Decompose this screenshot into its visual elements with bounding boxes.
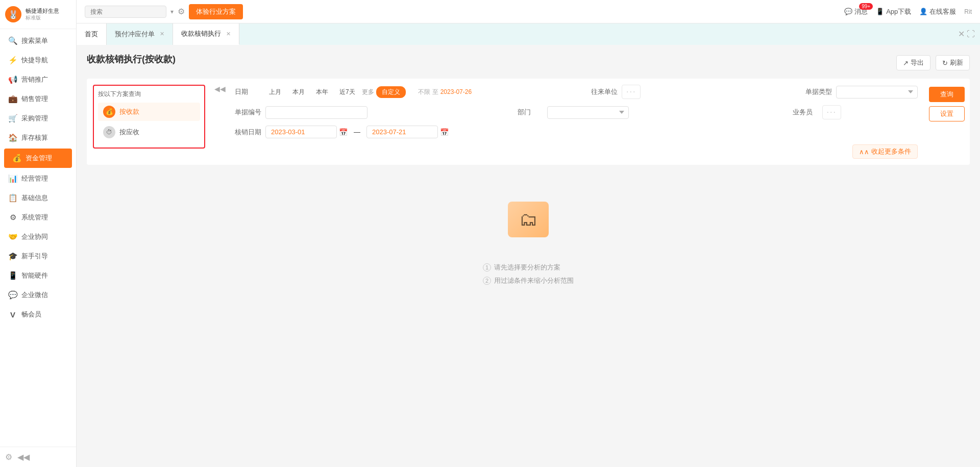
- member-icon: V: [8, 310, 17, 319]
- sidebar-item-label: 营销推广: [21, 75, 48, 84]
- quicknav-icon: ⚡: [8, 56, 17, 65]
- export-icon: ↗: [903, 59, 909, 67]
- date-btn-this-month[interactable]: 本月: [288, 86, 309, 98]
- app-download-item[interactable]: 📱 App下载: [876, 7, 911, 16]
- sidebar-item-search[interactable]: 🔍 搜索菜单: [0, 31, 76, 51]
- topbar-gear-icon[interactable]: ⚙: [178, 7, 185, 16]
- sidebar-item-purchase[interactable]: 🛒 采购管理: [0, 109, 76, 128]
- page-title: 收款核销执行(按收款): [87, 53, 176, 65]
- app-download-label: App下载: [886, 7, 911, 16]
- doc-type-select[interactable]: [836, 86, 918, 99]
- query-form: 日期 上月 本月 本年 近7天 更多 自定义 不限 至 2023: [229, 85, 924, 159]
- user-info[interactable]: Rit: [964, 8, 972, 15]
- doc-no-input[interactable]: [265, 106, 368, 119]
- topbar-right: 💬 消息 99+ 📱 App下载 👤 在线客服 Rit: [844, 7, 972, 16]
- sidebar-item-wechat[interactable]: 💬 企业微信: [0, 285, 76, 305]
- tab-prepay-close-icon[interactable]: ✕: [160, 31, 164, 37]
- sales-icon: 💼: [8, 94, 17, 104]
- funds-icon: 💰: [12, 154, 21, 163]
- sidebar-item-collab[interactable]: 🤝 企业协同: [0, 227, 76, 247]
- sidebar-item-sales[interactable]: 💼 销售管理: [0, 89, 76, 109]
- refresh-button[interactable]: ↻ 刷新: [936, 55, 970, 70]
- sidebar-item-label: 系统管理: [21, 213, 48, 222]
- service-icon: 👤: [919, 8, 927, 15]
- form-row-1: 日期 上月 本月 本年 近7天 更多 自定义 不限 至 2023: [235, 85, 918, 99]
- date-nolimit-label: 不限: [418, 88, 430, 96]
- settings-bottom-icon[interactable]: ⚙: [5, 452, 12, 462]
- filter-collapse-toggle[interactable]: ◀◀: [211, 85, 229, 93]
- date-range-dash: —: [354, 128, 360, 136]
- industry-solution-button[interactable]: 体验行业方案: [189, 4, 243, 19]
- sidebar-item-funds[interactable]: 💰 资金管理: [4, 149, 72, 168]
- sidebar-item-member[interactable]: V 畅会员: [0, 305, 76, 324]
- topbar-left: ▾ ⚙ 体验行业方案: [85, 4, 838, 19]
- sidebar-item-label: 快捷导航: [21, 56, 48, 65]
- query-button[interactable]: 查询: [929, 87, 965, 102]
- counterpart-select-btn[interactable]: ···: [622, 85, 641, 99]
- verify-date-start-input[interactable]: [265, 126, 337, 138]
- settings-button[interactable]: 设置: [929, 106, 965, 121]
- sidebar-item-system[interactable]: ⚙ 系统管理: [0, 208, 76, 227]
- topbar-dropdown-icon[interactable]: ▾: [170, 8, 174, 15]
- doc-no-field: 单据编号: [235, 106, 368, 119]
- sidebar-item-hardware[interactable]: 📱 智能硬件: [0, 266, 76, 285]
- date-btn-custom[interactable]: 自定义: [376, 86, 406, 98]
- system-icon: ⚙: [8, 213, 17, 222]
- export-button[interactable]: ↗ 导出: [896, 55, 930, 70]
- app-badge: 标准版: [26, 14, 59, 21]
- tab-fullscreen-icon[interactable]: ⛶: [967, 30, 975, 39]
- sidebar-item-label: 企业微信: [21, 290, 48, 300]
- tab-receipt-label: 收款核销执行: [181, 29, 221, 38]
- verify-date-end-cal-icon[interactable]: 📅: [440, 128, 449, 136]
- verify-date-end-input[interactable]: [366, 126, 438, 138]
- filter-option-by-receipt[interactable]: 💰 按收款: [98, 103, 200, 121]
- filter-option-label: 按收款: [119, 107, 139, 116]
- verify-date-start-wrap: 📅: [265, 126, 348, 138]
- tab-receipt-close-icon[interactable]: ✕: [226, 31, 231, 37]
- collapse-btn[interactable]: ∧∧ 收起更多条件: [852, 144, 918, 159]
- receipt-filter-icon: 💰: [103, 106, 115, 118]
- sidebar-item-basic[interactable]: 📋 基础信息: [0, 188, 76, 208]
- sidebar: 🐰 畅捷通好生意 标准版 🔍 搜索菜单 ⚡ 快捷导航 📢 营销推广 💼 销售管理…: [0, 0, 77, 467]
- staff-field: 业务员 ···: [793, 105, 918, 119]
- tab-receipt[interactable]: 收款核销执行 ✕: [173, 23, 239, 45]
- empty-illustration: [503, 202, 554, 253]
- tab-home-label: 首页: [85, 30, 98, 39]
- sidebar-item-inventory[interactable]: 🏠 库存核算: [0, 128, 76, 148]
- tab-prepay[interactable]: 预付冲应付单 ✕: [107, 23, 173, 45]
- sidebar-item-label: 销售管理: [21, 94, 48, 104]
- collapse-sidebar-icon[interactable]: ◀◀: [17, 452, 30, 462]
- dept-field: 部门: [518, 106, 643, 119]
- toolbar-row: ↗ 导出 ↻ 刷新: [896, 55, 970, 70]
- doc-type-field: 单据类型: [805, 86, 918, 99]
- online-service-label: 在线客服: [929, 7, 956, 16]
- date-btn-last-month[interactable]: 上月: [264, 86, 286, 98]
- message-item[interactable]: 💬 消息 99+: [844, 7, 868, 16]
- dept-select[interactable]: [547, 106, 629, 119]
- sidebar-item-guide[interactable]: 🎓 新手引导: [0, 247, 76, 266]
- marketing-icon: 📢: [8, 75, 17, 84]
- date-btn-7days[interactable]: 近7天: [335, 86, 360, 98]
- date-btn-this-year[interactable]: 本年: [311, 86, 333, 98]
- verify-date-start-cal-icon[interactable]: 📅: [339, 128, 348, 136]
- sidebar-item-label: 智能硬件: [21, 271, 48, 280]
- counterpart-label: 往来单位: [591, 87, 618, 96]
- online-service-item[interactable]: 👤 在线客服: [919, 7, 956, 16]
- staff-label: 业务员: [793, 108, 818, 117]
- filter-panel: 按以下方案查询 💰 按收款 ⏱ 按应收 ◀◀ 日期: [87, 79, 970, 165]
- tab-home[interactable]: 首页: [77, 23, 107, 45]
- sidebar-item-marketing[interactable]: 📢 营销推广: [0, 70, 76, 89]
- sidebar-item-label: 经营管理: [21, 174, 48, 183]
- collapse-row: ∧∧ 收起更多条件: [235, 144, 918, 159]
- empty-hint-2: 2 用过滤条件来缩小分析范围: [483, 274, 574, 287]
- date-end-value: 2023-07-26: [440, 88, 472, 95]
- date-more-btn[interactable]: 更多: [362, 88, 374, 96]
- sidebar-bottom: ⚙ ◀◀: [0, 447, 76, 467]
- topbar-search-input[interactable]: [85, 6, 166, 18]
- message-icon: 💬: [844, 8, 852, 15]
- staff-select-btn[interactable]: ···: [822, 105, 841, 119]
- filter-option-by-receivable[interactable]: ⏱ 按应收: [98, 123, 200, 141]
- sidebar-item-management[interactable]: 📊 经营管理: [0, 169, 76, 188]
- tab-close-action-icon[interactable]: ✕: [958, 29, 965, 39]
- sidebar-item-quicknav[interactable]: ⚡ 快捷导航: [0, 51, 76, 70]
